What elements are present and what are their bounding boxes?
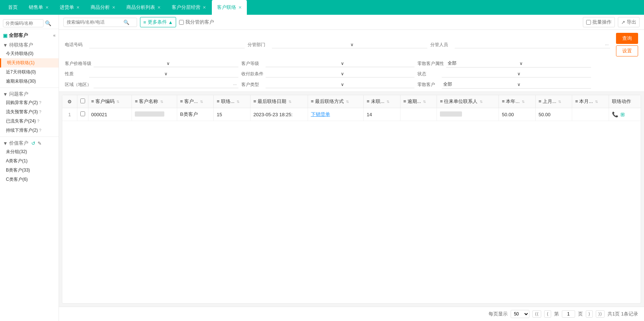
settings-btn[interactable]: 设置 [616,45,638,56]
sidebar-tomorrow-pending[interactable]: 明天待联络(1) [0,58,59,68]
filter-status-select[interactable]: ∨ [442,70,591,77]
action-phone-icon[interactable]: 📞 [612,111,618,117]
row-type: B类客户 [177,108,213,121]
filter-cust-type-label: 客户类型 [241,82,263,88]
row-contacts: 15 [214,108,250,121]
sidebar-ungrouped[interactable]: 未分组(32) [0,147,59,156]
filter-scatter-attr-value: 全部 [448,60,518,66]
last-page-btn[interactable]: ⟩⟩ [596,310,605,318]
col-this-year-header[interactable]: ≡ 本年... ⇅ [499,95,535,108]
col-last-month-sort: ⇅ [558,100,561,104]
filter-row-4: 区域（地区） ··· 客户类型 ∨ 零散客户 全部 ∨ [65,80,638,89]
row-code: 000021 [88,108,132,121]
sidebar-abnormal-repurchase[interactable]: 回购异常客户(2) ? [0,98,59,107]
col-contacts-header[interactable]: ≡ 联络... ⇅ [214,95,250,108]
nav-customer-contact[interactable]: 客户联络 ✕ [212,0,247,15]
col-not-contacted-header[interactable]: ≡ 未联... ⇅ [364,95,400,108]
col-this-month-header[interactable]: ≡ 本月... ⇅ [572,95,609,108]
filter-payment-label: 收付款条件 [241,71,263,77]
filter-phone-input[interactable] [89,41,245,48]
first-page-btn[interactable]: ⟨⟨ [532,310,541,318]
col-code-sort: ⇅ [116,100,119,104]
col-last-date-header[interactable]: ≡ 最后联络日期 ⇅ [250,95,308,108]
col-last-date-sort: ⇅ [288,100,291,104]
sidebar-churn-warning[interactable]: 流失预警客户(3) ? [0,107,59,117]
row-last-type-link[interactable]: 下销货单 [311,111,330,117]
nav-analysis-list[interactable]: 商品分析列表 ✕ [121,0,166,15]
export-btn[interactable]: ↗ 导出 [618,17,640,27]
col-checkbox-header[interactable] [77,95,88,108]
nav-sales-label: 销售单 [29,4,43,11]
col-unit-contact-header[interactable]: ≡ 往来单位联系人 ⇅ [437,95,499,108]
filter-dept: 分管部门 ∨ [248,41,427,48]
sidebar-lost-customers[interactable]: 已流失客户(24) ? [0,117,59,126]
sidebar-all-customers[interactable]: ▣ 全部客户 « [0,31,59,40]
col-code-header[interactable]: ≡ 客户编码 ⇅ [88,95,132,108]
filter-scatter-attr-select[interactable]: 全部 ∨ [446,59,591,68]
row-last-type[interactable]: 下销货单 [308,108,364,121]
sidebar-search-input[interactable] [3,19,43,27]
next-page-btn[interactable]: ⟩ [586,310,593,318]
sidebar-group-value: ▼ 价值客户 ↺ ✎ [0,138,59,147]
nav-analysis-close[interactable]: ✕ [112,5,115,10]
nav-customer-tier-close[interactable]: ✕ [203,5,206,10]
toolbar-search-icon[interactable]: 🔍 [123,20,129,25]
filter-cust-level-select[interactable]: ∨ [266,60,415,67]
nav-purchase[interactable]: 进货单 ✕ [55,0,85,15]
nav-sales-close[interactable]: ✕ [45,5,49,10]
col-last-type-header[interactable]: ≡ 最后联络方式 ⇅ [308,95,364,108]
sidebar-overdue-pending[interactable]: 逾期未联络(30) [0,77,59,86]
nav-analysis-list-close[interactable]: ✕ [157,5,161,10]
toolbar-search-input[interactable] [67,20,122,25]
filter-scatter-cust-select[interactable]: 全部 ∨ [442,80,591,89]
row-checkbox[interactable] [80,111,85,116]
sidebar-value-refresh[interactable]: ↺ [31,141,35,146]
my-customers-checkbox-area[interactable]: 我分管的客户 [179,19,214,25]
sidebar-declining-customers[interactable]: 持续下滑客户(2) ? [0,126,59,135]
sidebar-class-c[interactable]: C类客户(6) [0,175,59,184]
batch-op-btn[interactable]: 批量操作 [583,17,615,27]
sidebar-today-pending[interactable]: 今天待联络(0) [0,49,59,58]
filter-region-input[interactable]: ··· [94,81,238,88]
sidebar-value-edit[interactable]: ✎ [38,141,42,146]
nav-analysis[interactable]: 商品分析 ✕ [85,0,120,15]
nav-home[interactable]: 首页 [3,0,23,15]
table-header-row: ⚙ ≡ 客户编码 ⇅ ≡ 客户名称 ⇅ ≡ 客户... ⇅ ≡ 联络... ⇅ [62,95,641,108]
nav-customer-tier[interactable]: 客户分层经营 ✕ [167,0,211,15]
sidebar-group-pending: ▼ 待联络客户 [0,40,59,49]
select-all-checkbox[interactable] [80,99,85,103]
col-overdue-header[interactable]: ≡ 逾期... ⇅ [400,95,437,108]
nav-customer-contact-close[interactable]: ✕ [238,5,242,10]
query-btn[interactable]: 查询 [616,33,638,44]
batch-checkbox[interactable] [586,20,591,25]
sidebar-class-b[interactable]: B类客户(33) [0,166,59,175]
filter-dept-select[interactable]: ∨ [272,41,427,48]
row-checkbox-cell[interactable] [77,108,88,121]
nav-purchase-close[interactable]: ✕ [76,5,80,10]
sidebar-search-icon[interactable]: 🔍 [45,20,51,26]
filter-person-input[interactable]: ··· [455,41,610,48]
col-name-header[interactable]: ≡ 客户名称 ⇅ [132,95,177,108]
col-last-month-header[interactable]: ≡ 上月... ⇅ [535,95,572,108]
filter-price-level-select[interactable]: ∨ [94,60,238,67]
filter-more-btn[interactable]: ≡ 更多条件 ▲ [140,17,176,27]
filter-scatter-attr: 零散客户属性 全部 ∨ [417,59,591,68]
page-input[interactable] [562,310,575,318]
filter-nature-select[interactable]: ∨ [89,70,238,77]
action-grid-icon[interactable]: ⊞ [620,111,625,117]
my-customers-checkbox[interactable] [179,20,184,25]
sidebar-7days-pending[interactable]: 近7天待联络(0) [0,68,59,77]
filter-row-1: 电话号码 分管部门 ∨ 分管人员 ··· 查询 [65,33,638,56]
per-page-select[interactable]: 50 100 200 [511,310,529,318]
nav-sales[interactable]: 销售单 ✕ [24,0,54,15]
row-name[interactable] [132,108,177,121]
sidebar-class-a[interactable]: A类客户(1) [0,156,59,166]
pagination: 每页显示 50 100 200 ⟨⟨ ⟨ 第 页 ⟩ ⟩⟩ 共1页 1条记录 [59,307,644,321]
col-type-header[interactable]: ≡ 客户... ⇅ [177,95,213,108]
prev-page-btn[interactable]: ⟨ [544,310,551,318]
filter-payment-select[interactable]: ∨ [266,70,415,77]
filter-cust-type-select[interactable]: ∨ [266,81,415,88]
col-gear-header[interactable]: ⚙ [62,95,77,108]
sidebar-collapse-icon[interactable]: « [53,33,56,38]
sidebar-divider-2 [0,137,59,137]
